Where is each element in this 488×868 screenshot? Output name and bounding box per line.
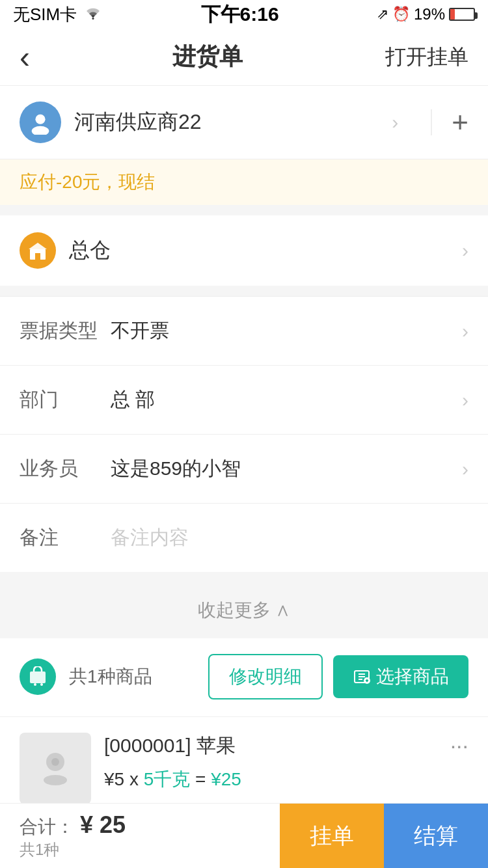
user-icon [28,110,53,135]
warehouse-icon [20,232,56,269]
status-left: 无SIM卡 [13,3,103,26]
main-content: 河南供应商22 › + 应付-20元，现结 总仓 › 票据类型 不开票 › [0,86,488,868]
total-row: 合计： ¥ 25 [20,811,260,839]
edit-detail-button[interactable]: 修改明细 [208,654,323,699]
invoice-label: 票据类型 [20,318,98,344]
collapse-more-button[interactable]: 收起更多 ∧ [0,582,488,638]
invoice-value: 不开票 [98,318,462,344]
battery-label: 19% [414,5,445,23]
hang-button[interactable]: 挂单 [280,804,384,868]
warehouse-building-icon [27,240,48,261]
total-section: 合计： ¥ 25 共1种 [0,811,280,860]
add-supplier-button[interactable]: + [452,108,468,137]
svg-point-18 [51,758,59,766]
remark-row[interactable]: 备注 备注内容 [0,503,488,572]
svg-point-8 [40,683,43,686]
product-name: [0000001] 苹果 [104,733,437,759]
supplier-name: 河南供应商22 [74,108,392,137]
invoice-row[interactable]: 票据类型 不开票 › [0,296,488,365]
carrier-label: 无SIM卡 [13,3,77,26]
equals: = [190,769,211,789]
salesman-row[interactable]: 业务员 这是859的小智 › [0,434,488,503]
warehouse-row[interactable]: 总仓 › [0,215,488,286]
warehouse-chevron-icon: › [462,239,468,262]
total-price: ¥25 [211,769,241,789]
dept-chevron-icon: › [462,389,468,411]
salesman-chevron-icon: › [462,458,468,480]
total-amount: ¥ 25 [80,811,126,838]
product-header: 共1种商品 修改明细 选择商品 [0,638,488,715]
salesman-value: 这是859的小智 [98,455,462,482]
quantity: 5千克 [144,769,191,789]
open-hang-button[interactable]: 打开挂单 [385,43,468,72]
status-time: 下午6:16 [201,1,279,28]
product-icon [20,658,56,695]
invoice-chevron-icon: › [462,320,468,342]
battery-icon [449,8,475,21]
svg-point-1 [35,115,45,124]
dept-label: 部门 [20,387,98,413]
remark-input[interactable]: 备注内容 [98,524,468,551]
product-more-button[interactable]: ··· [437,733,468,758]
supplier-avatar [20,102,61,143]
svg-point-17 [44,775,67,785]
nav-bar: ‹ 进货单 打开挂单 [0,29,488,86]
total-label: 合计： [20,817,74,837]
svg-rect-6 [30,671,46,683]
alarm-icon: ⏰ [392,6,410,23]
unit-price: ¥5 x [104,769,144,789]
status-bar: 无SIM卡 下午6:16 ⇗ ⏰ 19% [0,0,488,29]
checkout-button[interactable]: 结算 [384,804,488,868]
supplier-chevron-icon: › [392,111,398,133]
product-info: [0000001] 苹果 ¥5 x 5千克 = ¥25 [104,733,437,792]
cart-icon [27,666,48,687]
svg-point-7 [34,683,36,686]
product-count: 共1种商品 [69,664,208,689]
product-price: ¥5 x 5千克 = ¥25 [104,767,437,792]
wifi-icon [83,5,103,25]
payment-hint: 应付-20元，现结 [0,159,488,205]
product-title: 苹果 [197,735,236,756]
dept-value: 总 部 [98,387,462,413]
warehouse-name: 总仓 [69,236,462,265]
location-icon: ⇗ [377,6,388,23]
warehouse-card: 总仓 › [0,215,488,286]
select-product-label: 选择商品 [376,664,449,689]
back-button[interactable]: ‹ [20,39,30,75]
svg-point-2 [32,126,49,135]
product-header-card: 共1种商品 修改明细 选择商品 [0,638,488,820]
status-right: ⇗ ⏰ 19% [377,5,475,23]
supplier-card: 河南供应商22 › + 应付-20元，现结 [0,86,488,205]
product-placeholder-icon [36,749,75,788]
bottom-bar: 合计： ¥ 25 共1种 挂单 结算 [0,803,488,868]
select-product-icon [353,668,371,686]
salesman-label: 业务员 [20,455,98,482]
svg-rect-5 [35,253,40,260]
form-card: 票据类型 不开票 › 部门 总 部 › 业务员 这是859的小智 › 备注 备注… [0,296,488,572]
supplier-row[interactable]: 河南供应商22 › + [0,86,488,159]
svg-marker-4 [29,243,47,249]
svg-point-0 [92,18,94,20]
page-title: 进货单 [172,41,243,73]
total-count: 共1种 [20,839,260,860]
dept-row[interactable]: 部门 总 部 › [0,365,488,434]
supplier-divider [431,109,432,135]
product-thumbnail [20,733,91,804]
product-code: [0000001] [104,735,197,756]
remark-label: 备注 [20,524,98,551]
select-product-button[interactable]: 选择商品 [333,655,468,698]
